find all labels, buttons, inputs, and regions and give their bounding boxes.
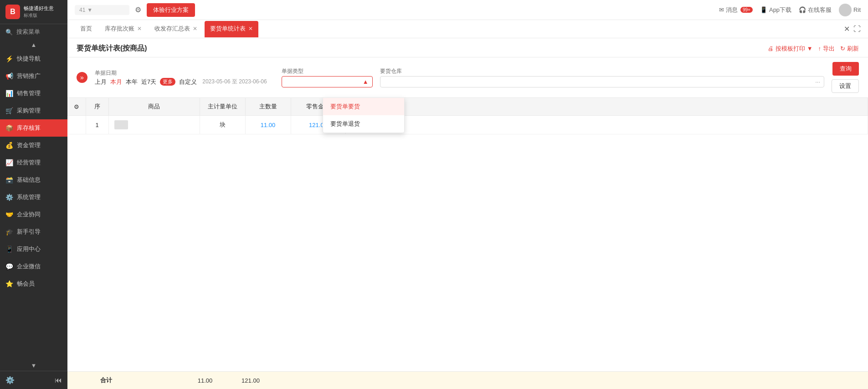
row-num-cell: 1 <box>86 116 108 134</box>
filter-warehouse-input[interactable]: ··· <box>380 76 824 87</box>
window-close-button[interactable]: ✕ <box>844 25 850 33</box>
sidebar-item-sales[interactable]: 📊 销售管理 <box>0 85 67 102</box>
query-button[interactable]: 查询 <box>832 62 859 76</box>
sidebar-item-inventory[interactable]: 📦 库存核算 <box>0 119 67 137</box>
header: 41 ▼ ⚙ 体验行业方案 ✉ 消息 99+ 📱 App下载 🎧 在线客服 R <box>67 0 868 20</box>
sidebar-item-beginner[interactable]: 🎓 新手引导 <box>0 223 67 241</box>
tab-order-summary-close[interactable]: ✕ <box>248 26 253 32</box>
window-expand-button[interactable]: ⛶ <box>853 25 861 33</box>
export-button[interactable]: ↑ 导出 <box>818 45 835 53</box>
sidebar-item-marketing[interactable]: 📢 营销推广 <box>0 67 67 85</box>
sidebar-item-operations[interactable]: 📈 经营管理 <box>0 154 67 171</box>
table-settings-button[interactable]: 设置 <box>832 79 859 93</box>
settings-gear-icon[interactable]: ⚙ <box>135 5 141 14</box>
row-goods-cell <box>108 116 200 134</box>
filter-warehouse-label: 要货仓库 <box>380 67 824 75</box>
table-header: ⚙ 序 商品 主计量单位 主数量 零售金额 <box>67 98 868 116</box>
goods-image <box>114 120 128 129</box>
quick-nav-icon: ⚡ <box>5 55 13 62</box>
filter-date-more-badge[interactable]: 更多 <box>160 78 175 86</box>
dropdown-item-order-goods[interactable]: 要货单要货 <box>323 98 404 115</box>
tab-receive-summary-close[interactable]: ✕ <box>193 26 197 32</box>
header-right: ✉ 消息 99+ 📱 App下载 🎧 在线客服 Rit <box>719 4 861 16</box>
sidebar-item-label: 采购管理 <box>17 107 41 115</box>
workspace-selector[interactable]: 41 ▼ <box>75 5 129 15</box>
dropdown-item-order-return[interactable]: 要货单退货 <box>323 115 404 133</box>
sidebar-item-members[interactable]: ⭐ 畅会员 <box>0 275 67 292</box>
sidebar-item-label: 企业协同 <box>17 210 41 219</box>
filter-expand-button[interactable]: » <box>77 72 87 83</box>
row-unit-cell: 块 <box>200 116 245 134</box>
sidebar-scroll-down[interactable]: ▼ <box>0 360 67 371</box>
filter-type-select[interactable]: ▲ <box>282 76 373 87</box>
refresh-button[interactable]: ↻ 刷新 <box>840 45 859 53</box>
filter-date-group: 单据日期 上月 本月 本年 近7天 更多 自定义 2023-05-06 至 20… <box>95 69 267 86</box>
tab-inventory-batch-close[interactable]: ✕ <box>137 26 142 32</box>
col-qty-header: 主数量 <box>245 98 291 116</box>
sidebar-item-enterprise-wechat[interactable]: 💬 企业微信 <box>0 258 67 275</box>
content-area: 要货单统计表(按商品) 🖨 按模板打印 ▼ ↑ 导出 ↻ 刷新 » <box>67 38 868 389</box>
col-unit-header: 主计量单位 <box>200 98 245 116</box>
row-qty-cell: 11.00 <box>245 116 291 134</box>
filter-type-label: 单据类型 <box>282 67 373 75</box>
goods-info <box>114 120 194 129</box>
sidebar-item-app-center[interactable]: 📱 应用中心 <box>0 241 67 258</box>
sidebar-scroll-up[interactable]: ▲ <box>0 40 67 50</box>
table-body: 1 块 11.00 121.00 <box>67 116 868 134</box>
online-service-button[interactable]: 🎧 在线客服 <box>799 6 832 14</box>
print-chevron-icon: ▼ <box>807 45 813 52</box>
footer-qty: 11.00 <box>182 377 228 384</box>
print-button[interactable]: 🖨 按模板打印 ▼ <box>768 45 813 53</box>
sidebar-item-label: 资金管理 <box>17 141 41 149</box>
beginner-icon: 🎓 <box>5 228 13 235</box>
sidebar-item-quick-nav[interactable]: ⚡ 快捷导航 <box>0 50 67 67</box>
tab-order-summary[interactable]: 要货单统计表 ✕ <box>205 21 258 37</box>
table-row: 1 块 11.00 121.00 <box>67 116 868 134</box>
row-settings-cell <box>67 116 86 134</box>
enterprise-wechat-icon: 💬 <box>5 263 13 270</box>
tab-receive-summary[interactable]: 收发存汇总表 ✕ <box>149 21 203 37</box>
user-avatar-button[interactable]: Rit <box>839 4 861 16</box>
tabs-bar: 首页 库存批次账 ✕ 收发存汇总表 ✕ 要货单统计表 ✕ ✕ ⛶ <box>67 20 868 38</box>
sidebar-item-enterprise[interactable]: 🤝 企业协同 <box>0 206 67 223</box>
filter-date-this-month[interactable]: 本月 <box>110 78 122 86</box>
tab-inventory-batch[interactable]: 库存批次账 ✕ <box>99 21 147 37</box>
sidebar-item-purchase[interactable]: 🛒 采购管理 <box>0 102 67 119</box>
message-label: 消息 <box>726 6 738 14</box>
sales-icon: 📊 <box>5 90 13 97</box>
logo-title: 畅捷通好生意 <box>24 5 54 12</box>
members-icon: ⭐ <box>5 280 13 287</box>
filter-date-label: 单据日期 <box>95 69 267 77</box>
message-button[interactable]: ✉ 消息 99+ <box>719 6 753 14</box>
operations-icon: 📈 <box>5 159 13 166</box>
app-download-button[interactable]: 📱 App下载 <box>760 6 791 14</box>
print-icon: 🖨 <box>768 45 774 52</box>
sidebar-item-label: 系统管理 <box>17 193 41 201</box>
workspace-label: 41 <box>79 7 85 13</box>
filter-warehouse-more-icon: ··· <box>815 78 820 85</box>
sidebar-logo: B 畅捷通好生意 标准版 <box>0 0 67 24</box>
app-center-icon: 📱 <box>5 246 13 253</box>
footer-label: 合计 <box>73 376 182 384</box>
sidebar-item-finance[interactable]: 💰 资金管理 <box>0 137 67 154</box>
export-icon: ↑ <box>818 45 822 52</box>
col-settings-header[interactable]: ⚙ <box>67 98 86 116</box>
trial-button[interactable]: 体验行业方案 <box>147 3 195 17</box>
online-service-label: 在线客服 <box>808 6 832 14</box>
sidebar-search[interactable]: 🔍 搜索菜单 <box>0 24 67 40</box>
main-content: 41 ▼ ⚙ 体验行业方案 ✉ 消息 99+ 📱 App下载 🎧 在线客服 R <box>67 0 868 389</box>
online-service-icon: 🎧 <box>799 6 806 13</box>
filter-date-7days[interactable]: 近7天 <box>141 78 156 86</box>
settings-icon[interactable]: ⚙️ <box>5 376 15 384</box>
sidebar-item-label: 库存核算 <box>17 124 41 132</box>
filter-date-this-year[interactable]: 本年 <box>126 78 138 86</box>
filter-date-prev-month[interactable]: 上月 <box>95 78 107 86</box>
tab-home[interactable]: 首页 <box>75 21 98 37</box>
collapse-icon[interactable]: ⏮ <box>55 376 62 384</box>
sidebar-item-label: 销售管理 <box>17 89 41 97</box>
qty-link[interactable]: 11.00 <box>261 122 276 128</box>
print-label: 按模板打印 <box>776 45 805 53</box>
filter-date-custom[interactable]: 自定义 <box>179 78 197 86</box>
sidebar-item-system[interactable]: ⚙️ 系统管理 <box>0 189 67 206</box>
sidebar-item-basics[interactable]: 🗃️ 基础信息 <box>0 171 67 189</box>
